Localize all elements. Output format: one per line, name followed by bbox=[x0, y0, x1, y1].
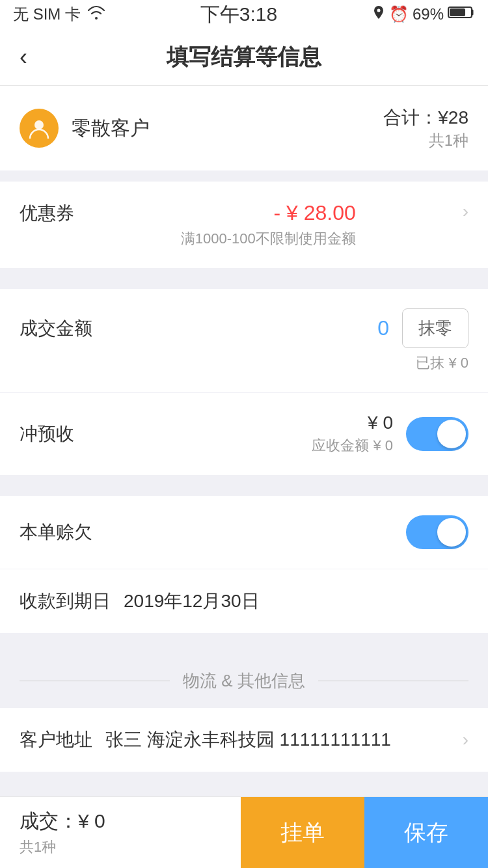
divider-line-right bbox=[318, 681, 468, 681]
status-left: 无 SIM 卡 bbox=[13, 4, 105, 25]
customer-count: 共1种 bbox=[383, 130, 468, 151]
save-button[interactable]: 保存 bbox=[364, 797, 488, 869]
due-label: 收款到期日 bbox=[20, 589, 111, 614]
bottom-deal-value: ¥ 0 bbox=[78, 810, 105, 832]
svg-point-0 bbox=[377, 9, 380, 12]
alarm-icon: ⏰ bbox=[389, 5, 409, 23]
customer-total-area: 合计：¥28 共1种 bbox=[383, 105, 468, 151]
address-chevron: › bbox=[463, 729, 468, 750]
page-title: 填写结算等信息 bbox=[167, 42, 321, 72]
wifi-icon bbox=[87, 5, 105, 23]
deal-amount-section: 成交金额 0 抹零 已抹 ¥ 0 冲预收 ¥ 0 应收金额 ¥ 0 bbox=[0, 289, 488, 475]
divider-line-left bbox=[20, 681, 170, 681]
svg-point-3 bbox=[34, 120, 44, 129]
nav-bar: ‹ 填写结算等信息 bbox=[0, 29, 488, 86]
prepay-right: ¥ 0 应收金额 ¥ 0 bbox=[312, 413, 468, 455]
section-separator-1 bbox=[0, 278, 488, 289]
back-button[interactable]: ‹ bbox=[20, 44, 27, 71]
logistics-text: 物流 & 其他信息 bbox=[183, 670, 305, 692]
status-bar: 无 SIM 卡 下午3:18 ⏰ 69% bbox=[0, 0, 488, 29]
status-time: 下午3:18 bbox=[200, 1, 277, 28]
prepay-section: 冲预收 ¥ 0 应收金额 ¥ 0 bbox=[0, 392, 488, 475]
coupon-desc: 满1000-100不限制使用金额 bbox=[181, 229, 356, 249]
due-value: 2019年12月30日 bbox=[124, 589, 260, 614]
due-date-section: 收款到期日 2019年12月30日 bbox=[0, 569, 488, 633]
coupon-section[interactable]: 优惠券 - ¥ 28.00 满1000-100不限制使用金额 › bbox=[0, 181, 488, 268]
deal-label: 成交金额 bbox=[20, 316, 92, 341]
battery-icon bbox=[448, 5, 475, 23]
bottom-count: 共1种 bbox=[20, 837, 221, 857]
svg-rect-2 bbox=[450, 8, 465, 16]
location-icon bbox=[372, 5, 385, 23]
bottom-info: 成交：¥ 0 共1种 bbox=[0, 808, 241, 857]
bottom-deal: 成交：¥ 0 bbox=[20, 808, 221, 835]
coupon-label: 优惠券 bbox=[20, 201, 74, 226]
prepay-info: ¥ 0 应收金额 ¥ 0 bbox=[312, 413, 393, 455]
credit-section: 本单赊欠 收款到期日 2019年12月30日 bbox=[0, 496, 488, 633]
address-section[interactable]: 客户地址 张三 海淀永丰科技园 11111111111 › bbox=[0, 708, 488, 772]
bottom-deal-label: 成交： bbox=[20, 810, 78, 832]
section-separator-3 bbox=[0, 644, 488, 654]
deal-value: 0 bbox=[377, 316, 389, 340]
status-right: ⏰ 69% bbox=[372, 5, 475, 23]
address-label: 客户地址 bbox=[20, 727, 92, 752]
prepay-label: 冲预收 bbox=[20, 422, 74, 446]
deal-sub: 已抹 ¥ 0 bbox=[20, 353, 468, 373]
bottom-bar: 成交：¥ 0 共1种 挂单 保存 bbox=[0, 796, 488, 868]
coupon-right: - ¥ 28.00 满1000-100不限制使用金额 bbox=[181, 201, 356, 249]
logistics-divider: 物流 & 其他信息 bbox=[0, 654, 488, 708]
prepay-amount: ¥ 0 bbox=[312, 413, 393, 433]
customer-name: 零散客户 bbox=[72, 115, 150, 142]
prepay-sub: 应收金额 ¥ 0 bbox=[312, 436, 393, 455]
prepay-toggle[interactable] bbox=[406, 417, 468, 451]
hold-order-button[interactable]: 挂单 bbox=[241, 797, 364, 869]
no-sim-text: 无 SIM 卡 bbox=[13, 4, 81, 25]
coupon-amount: - ¥ 28.00 bbox=[181, 201, 356, 225]
customer-avatar bbox=[20, 109, 59, 148]
address-value: 张三 海淀永丰科技园 11111111111 bbox=[105, 727, 463, 752]
coupon-chevron: › bbox=[463, 201, 468, 222]
customer-section: 零散客户 合计：¥28 共1种 bbox=[0, 86, 488, 170]
section-separator-2 bbox=[0, 485, 488, 496]
credit-label: 本单赊欠 bbox=[20, 520, 92, 545]
battery-percent: 69% bbox=[413, 5, 444, 23]
customer-left: 零散客户 bbox=[20, 109, 150, 148]
address-right: › bbox=[463, 729, 468, 750]
round-zero-button[interactable]: 抹零 bbox=[402, 308, 468, 348]
credit-toggle[interactable] bbox=[406, 515, 468, 549]
deal-right: 0 抹零 bbox=[377, 308, 468, 348]
content-area: 零散客户 合计：¥28 共1种 优惠券 - ¥ 28.00 满1000-100不… bbox=[0, 86, 488, 860]
customer-total: 合计：¥28 bbox=[383, 105, 468, 130]
